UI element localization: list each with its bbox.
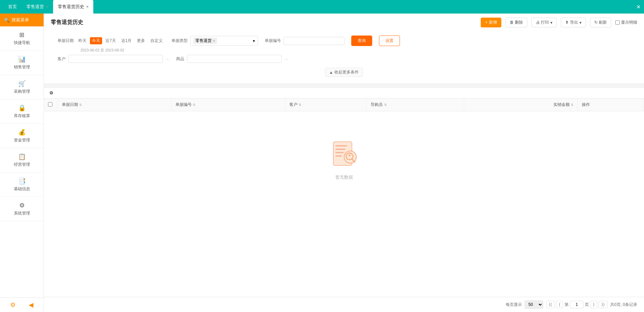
data-table: 单据日期 ⇅ 单据编号 ⇅ 客户 ⇅ 导购员 ⇅ [44, 98, 644, 111]
th-action-label: 操作 [582, 102, 590, 107]
pagination: 每页显示 10 20 50 100 ⟨⟨ ⟨ 第 页 ⟩ ⟩⟩ 共0页, 0条记… [44, 297, 644, 312]
next-page-button[interactable]: ⟩ [590, 301, 597, 308]
first-page-button[interactable]: ⟨⟨ [546, 301, 555, 308]
tab-retail-return-history-close[interactable]: × [86, 0, 89, 14]
page-number-input[interactable] [570, 301, 583, 308]
sidebar-item-basic-info[interactable]: 📑 基础信息 [0, 173, 44, 197]
tab-home-label: 首页 [8, 0, 17, 14]
th-customer: 客户 ⇅ [285, 98, 366, 111]
th-customer-sort[interactable]: ⇅ [299, 103, 301, 107]
prev-page-button[interactable]: ⟨ [556, 301, 563, 308]
sidebar-item-system-label: 系统管理 [14, 210, 30, 216]
sidebar-item-sales-mgmt[interactable]: 📊 销售管理 [0, 51, 44, 75]
th-customer-label: 客户 [289, 102, 297, 107]
goods-label: 商品 [176, 56, 184, 62]
date-btn-yesterday[interactable]: 昨天 [76, 37, 89, 44]
tab-retail-return-history[interactable]: 零售退货历史 × [53, 0, 93, 14]
page-nav: ⟨⟨ ⟨ 第 页 ⟩ ⟩⟩ [546, 301, 607, 308]
th-number-label: 单据编号 [175, 102, 192, 107]
tab-list: 首页 零售退货 × 零售退货历史 × [3, 0, 636, 14]
sidebar-item-operations[interactable]: 📋 经营管理 [0, 148, 44, 173]
sidebar-item-purchase-mgmt[interactable]: 🛒 采购管理 [0, 75, 44, 99]
sidebar-item-inventory-label: 库存核算 [14, 113, 30, 119]
type-filter: 单据类型 零售退货 × ▾ [171, 36, 258, 46]
export-button[interactable]: ⬆ 导出 ▾ [561, 18, 586, 27]
collapse-button[interactable]: ▲ 收起更多条件 [325, 68, 363, 77]
main-layout: 🔍 搜索菜单 ⊞ 快捷导航 📊 销售管理 🛒 采购管理 🔒 库存核算 💰 资金管… [0, 14, 644, 312]
date-btn-more[interactable]: 更多 [135, 37, 147, 44]
type-label: 单据类型 [171, 38, 188, 44]
table-header-row: 单据日期 ⇅ 单据编号 ⇅ 客户 ⇅ 导购员 ⇅ [44, 98, 644, 111]
per-page-label: 每页显示 [506, 302, 522, 308]
toolbar: + 新增 🗑 删除 🖨 打印 ▾ ⬆ 导出 ▾ ↻ 刷新 显示明细 [481, 18, 637, 27]
last-page-button[interactable]: ⟩⟩ [599, 301, 607, 308]
sidebar-search-label: 搜索菜单 [11, 17, 29, 23]
print-button[interactable]: 🖨 打印 ▾ [531, 18, 557, 27]
goods-filter: 商品 ··· [176, 55, 288, 63]
filter-row-2: 客户 ··· 商品 ··· [57, 55, 630, 63]
page-title: 零售退货历史 [51, 19, 83, 26]
sidebar-search[interactable]: 🔍 搜索菜单 [0, 14, 44, 26]
tab-home[interactable]: 首页 [3, 0, 22, 14]
top-bar: 首页 零售退货 × 零售退货历史 × ✕ [0, 0, 644, 14]
sidebar-item-inventory[interactable]: 🔒 库存核算 [0, 99, 44, 124]
th-number-sort[interactable]: ⇅ [193, 103, 195, 107]
sidebar-item-quick-nav-label: 快捷导航 [14, 40, 30, 46]
delete-button[interactable]: 🗑 删除 [505, 18, 527, 27]
inventory-icon: 🔒 [18, 104, 26, 112]
svg-rect-1 [335, 145, 347, 147]
table-container: ⚙ 单据日期 ⇅ 单据编号 ⇅ [44, 87, 644, 297]
settings-button[interactable]: 设置 [379, 36, 400, 46]
tab-retail-return-history-label: 零售退货历史 [58, 0, 84, 14]
window-close-icon[interactable]: ✕ [636, 4, 641, 10]
date-btn-custom[interactable]: 自定义 [148, 37, 165, 44]
new-button[interactable]: + 新增 [481, 18, 501, 27]
total-label: 共0页, 0条记录 [610, 302, 637, 308]
svg-rect-3 [335, 152, 344, 153]
export-label: ⬆ 导出 [565, 20, 578, 25]
display-detail-checkbox[interactable] [615, 20, 620, 25]
goods-dots[interactable]: ··· [284, 57, 288, 62]
sidebar-item-quick-nav[interactable]: ⊞ 快捷导航 [0, 26, 44, 51]
customer-input[interactable] [68, 55, 163, 63]
date-btn-today[interactable]: 今天 [90, 37, 102, 44]
filter-area: 单据日期 昨天 今天 近7天 近1月 更多 自定义 单据类型 [51, 31, 637, 84]
th-amount-sort[interactable]: ⇅ [571, 103, 573, 107]
sidebar-item-sales-label: 销售管理 [14, 64, 30, 70]
number-input[interactable] [284, 37, 344, 45]
sidebar-item-finance[interactable]: 💰 资金管理 [0, 124, 44, 148]
th-number: 单据编号 ⇅ [171, 98, 285, 111]
purchase-icon: 🛒 [18, 80, 26, 87]
refresh-button[interactable]: ↻ 刷新 [590, 18, 611, 27]
tab-retail-return-close[interactable]: × [46, 0, 48, 14]
collapse-sidebar-icon[interactable]: ◀ [29, 301, 33, 309]
th-date-sort[interactable]: ⇅ [79, 103, 82, 107]
table-toolbar: ⚙ [44, 88, 644, 98]
sales-icon: 📊 [18, 55, 26, 63]
type-tag-remove[interactable]: × [213, 39, 215, 43]
date-range-display: 2023-06-02 至 2023-06-02 [80, 48, 124, 52]
date-label: 单据日期 [57, 38, 74, 44]
select-all-checkbox[interactable] [48, 102, 52, 107]
th-guide-sort[interactable]: ⇅ [384, 103, 387, 107]
sidebar-item-system-mgmt[interactable]: ⚙ 系统管理 [0, 197, 44, 221]
type-select[interactable]: 零售退货 × ▾ [190, 36, 258, 46]
tab-retail-return[interactable]: 零售退货 × [22, 0, 53, 14]
svg-rect-2 [335, 149, 345, 150]
goods-input[interactable] [187, 55, 282, 63]
date-btn-7days[interactable]: 近7天 [103, 37, 118, 44]
print-label: 🖨 打印 [536, 20, 549, 25]
customer-dots[interactable]: ··· [166, 57, 169, 62]
per-page-select[interactable]: 10 20 50 100 [525, 300, 543, 309]
date-btn-1month[interactable]: 近1月 [119, 37, 134, 44]
collapse-label: 收起更多条件 [334, 69, 359, 75]
svg-rect-4 [335, 155, 342, 157]
table-settings-icon[interactable]: ⚙ [49, 90, 53, 95]
search-icon: 🔍 [4, 18, 9, 23]
print-dropdown-icon: ▾ [550, 20, 552, 25]
system-icon: ⚙ [19, 202, 25, 209]
query-button[interactable]: 查询 [351, 36, 372, 46]
settings-bottom-icon[interactable]: ⚙ [10, 301, 16, 309]
th-date: 单据日期 ⇅ [57, 98, 171, 111]
sidebar: 🔍 搜索菜单 ⊞ 快捷导航 📊 销售管理 🛒 采购管理 🔒 库存核算 💰 资金管… [0, 14, 44, 312]
